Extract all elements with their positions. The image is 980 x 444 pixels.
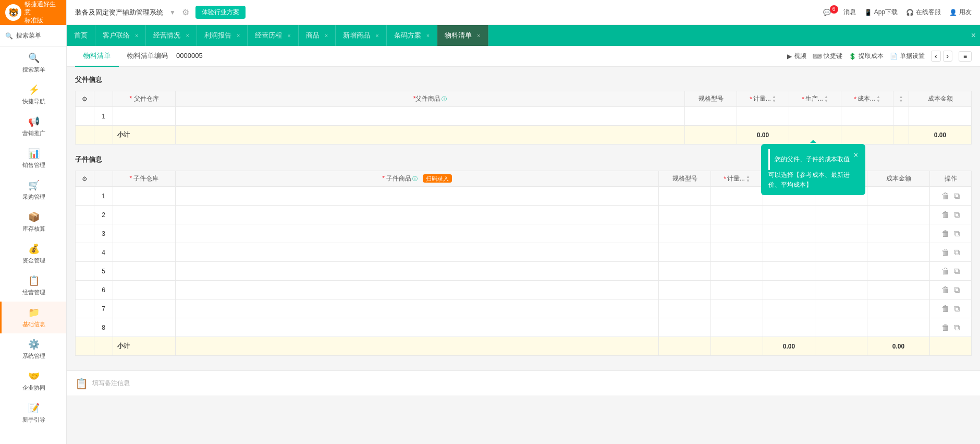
child-row2-spec[interactable]	[659, 206, 711, 224]
copy-icon-5[interactable]: ⧉	[954, 267, 960, 275]
child-row7-spec[interactable]	[659, 299, 711, 318]
delete-icon-5[interactable]: 🗑	[941, 267, 950, 275]
child-row1-product[interactable]	[176, 187, 659, 206]
delete-icon-2[interactable]: 🗑	[941, 210, 950, 219]
user-btn[interactable]: 👤 用友	[949, 8, 972, 17]
sidebar-search[interactable]: 🔍 搜索菜单	[0, 25, 66, 47]
copy-icon-8[interactable]: ⧉	[954, 323, 960, 332]
nav-tab-new-product[interactable]: 新增商品×	[336, 25, 386, 46]
child-row7-unitcost[interactable]	[815, 299, 867, 318]
tooltip-close-btn[interactable]: ×	[854, 149, 858, 161]
parent-row1-measure[interactable]	[737, 107, 789, 126]
nav-tab-close-new-product[interactable]: ×	[375, 32, 378, 39]
child-row7-product[interactable]	[176, 299, 659, 318]
delete-icon-3[interactable]: 🗑	[941, 229, 950, 238]
child-row5-measure[interactable]	[711, 262, 763, 281]
nav-tab-close-business-history[interactable]: ×	[287, 32, 290, 39]
sidebar-item-guide[interactable]: 📝新手引导	[0, 397, 66, 429]
single-settings-btn[interactable]: 📄 单据设置	[890, 52, 925, 61]
copy-icon-1[interactable]: ⧉	[954, 191, 960, 200]
child-row5-product[interactable]	[176, 262, 659, 281]
video-btn[interactable]: ▶ 视频	[787, 52, 806, 61]
child-col-settings[interactable]: ⚙	[76, 171, 94, 187]
dropdown-icon[interactable]: ▼	[169, 9, 176, 16]
nav-tab-profit-report[interactable]: 利润报告×	[197, 25, 248, 46]
copy-icon-3[interactable]: ⧉	[954, 229, 960, 238]
view-toggle-btn[interactable]: ≡	[959, 51, 972, 62]
nav-tab-close-customer[interactable]: ×	[135, 32, 138, 39]
child-row7-measure[interactable]	[711, 299, 763, 318]
sidebar-item-purchase[interactable]: 🛒采购管理	[0, 174, 66, 206]
nav-tab-close-material-list[interactable]: ×	[477, 32, 480, 39]
child-row5-qty[interactable]	[763, 262, 815, 281]
child-row3-spec[interactable]	[659, 224, 711, 243]
child-row5-spec[interactable]	[659, 262, 711, 281]
delete-icon-1[interactable]: 🗑	[941, 191, 950, 200]
child-row8-unitcost[interactable]	[815, 318, 867, 337]
child-row6-qty[interactable]	[763, 281, 815, 299]
next-btn[interactable]: ›	[943, 51, 952, 62]
extract-cost-btn[interactable]: 💲 提取成本	[849, 52, 884, 61]
delete-icon-6[interactable]: 🗑	[941, 285, 950, 294]
child-row1-warehouse[interactable]	[113, 187, 176, 206]
nav-tab-close-product[interactable]: ×	[325, 32, 328, 39]
child-row3-warehouse[interactable]	[113, 224, 176, 243]
nav-tab-home[interactable]: 首页	[67, 25, 95, 46]
sidebar-item-finance[interactable]: 💰资金管理	[0, 238, 66, 270]
scan-badge[interactable]: 扫码录入	[423, 174, 452, 183]
shortcut-btn[interactable]: ⌨ 快捷键	[813, 52, 842, 61]
child-row8-measure[interactable]	[711, 318, 763, 337]
app-download-btn[interactable]: 📱 App下载	[864, 8, 898, 17]
online-service-btn[interactable]: 🎧 在线客服	[906, 8, 941, 17]
child-row1-spec[interactable]	[659, 187, 711, 206]
child-row2-warehouse[interactable]	[113, 206, 176, 224]
child-row7-warehouse[interactable]	[113, 299, 176, 318]
prev-btn[interactable]: ‹	[931, 51, 940, 62]
child-row6-warehouse[interactable]	[113, 281, 176, 299]
child-row8-qty[interactable]	[763, 318, 815, 337]
child-row1-measure[interactable]	[711, 187, 763, 206]
parent-col-settings[interactable]: ⚙	[76, 91, 94, 107]
nav-tabs-end-close[interactable]: ×	[967, 31, 980, 40]
nav-tab-customer[interactable]: 客户联络×	[95, 25, 146, 46]
experience-btn[interactable]: 体验行业方案	[195, 6, 246, 19]
child-row6-unitcost[interactable]	[815, 281, 867, 299]
child-row8-product[interactable]	[176, 318, 659, 337]
child-row4-unitcost[interactable]	[815, 243, 867, 262]
sidebar-item-search[interactable]: 🔍搜索菜单	[0, 47, 66, 79]
child-row2-qty[interactable]	[763, 206, 815, 224]
delete-icon-8[interactable]: 🗑	[941, 323, 950, 332]
child-row3-unitcost[interactable]	[815, 224, 867, 243]
nav-tab-material-list[interactable]: 物料清单×	[437, 25, 488, 46]
nav-tab-business-status[interactable]: 经营情况×	[146, 25, 197, 46]
message-btn[interactable]: 💬 6 消息	[823, 8, 856, 17]
nav-tab-business-history[interactable]: 经营历程×	[248, 25, 298, 46]
child-row2-measure[interactable]	[711, 206, 763, 224]
child-row5-warehouse[interactable]	[113, 262, 176, 281]
child-row8-warehouse[interactable]	[113, 318, 176, 337]
child-row3-measure[interactable]	[711, 224, 763, 243]
nav-tab-product[interactable]: 商品×	[299, 25, 336, 46]
parent-row1-product[interactable]	[176, 107, 685, 126]
nav-tab-barcode[interactable]: 条码方案×	[387, 25, 437, 46]
child-row4-measure[interactable]	[711, 243, 763, 262]
child-row6-spec[interactable]	[659, 281, 711, 299]
search-menu-button[interactable]: 🔍 搜索菜单	[5, 29, 61, 42]
nav-tab-close-barcode[interactable]: ×	[426, 32, 430, 39]
child-row4-spec[interactable]	[659, 243, 711, 262]
settings-icon[interactable]: ⚙	[182, 7, 189, 17]
delete-icon-7[interactable]: 🗑	[941, 304, 950, 313]
child-row7-qty[interactable]	[763, 299, 815, 318]
child-row2-unitcost[interactable]	[815, 206, 867, 224]
copy-icon-6[interactable]: ⧉	[954, 285, 960, 294]
sidebar-item-system[interactable]: ⚙️系统管理	[0, 333, 66, 365]
sidebar-item-inventory[interactable]: 📦库存核算	[0, 206, 66, 238]
sub-tab-material-list[interactable]: 物料清单	[75, 46, 119, 67]
parent-row1-spec[interactable]	[685, 107, 737, 126]
child-row2-product[interactable]	[176, 206, 659, 224]
sidebar-item-base-info[interactable]: 📁基础信息	[0, 302, 66, 333]
parent-row1-warehouse[interactable]	[113, 107, 176, 126]
nav-tab-close-business-status[interactable]: ×	[186, 32, 189, 39]
nav-tab-close-profit-report[interactable]: ×	[237, 32, 240, 39]
sidebar-item-marketing[interactable]: 📢营销推广	[0, 111, 66, 142]
